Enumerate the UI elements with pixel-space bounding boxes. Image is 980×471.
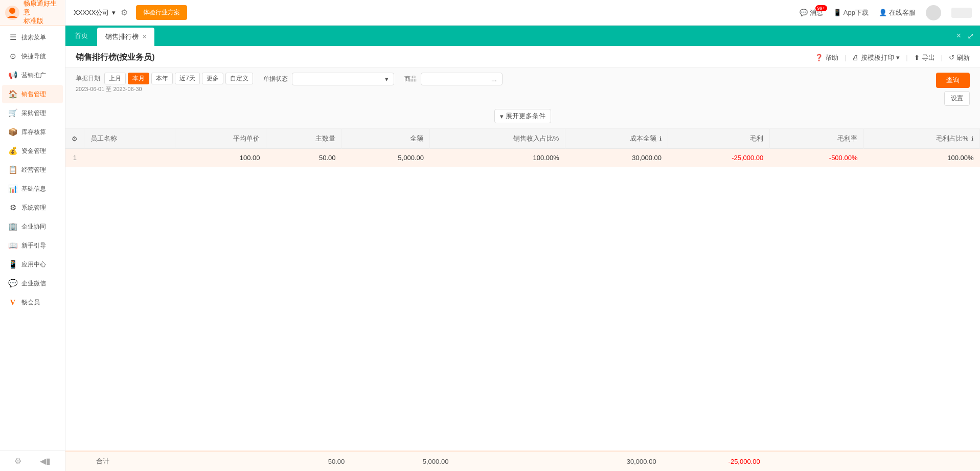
help-btn[interactable]: ❓ 帮助 [815,53,838,62]
sidebar-item-finance[interactable]: 💰 资金管理 [2,142,63,160]
date-curr-btn[interactable]: 本月 [128,73,149,84]
sidebar-collapse-btn[interactable]: ◀▮ [40,456,51,466]
service-icon: 👤 [879,9,887,16]
table-wrap: ⚙ 员工名称 平均单价 主数量 全额 [65,129,980,451]
guide-icon: 📖 [8,241,17,250]
app-download-label: App下载 [844,8,869,17]
online-service-btn[interactable]: 👤 在线客服 [879,8,916,17]
sidebar-settings-btn[interactable]: ⚙ [14,456,21,466]
search-menu-icon: ☰ [8,33,17,42]
company-name: XXXXX公司 [74,8,109,17]
sidebar-logo-text: 畅康通好生意 标准版 [24,0,61,26]
basic-icon: 📊 [8,184,17,193]
sidebar-item-enterprise[interactable]: 🏢 企业协同 [2,217,63,236]
sidebar-nav: ☰ 搜索菜单 ⊙ 快捷导航 📢 营销推广 🏠 销售管理 🛒 采购管理 📦 库存核… [0,26,65,451]
company-selector[interactable]: XXXXX公司 ▾ [74,8,116,17]
expand-icon: ▾ [500,113,504,120]
sidebar-item-sales[interactable]: 🏠 销售管理 [2,85,63,103]
divider2: | [906,54,907,61]
col-sales-pct: 销售收入占比% [430,129,565,149]
date-filter-btns: 上月 本月 本年 近7天 更多 自定义 [104,73,253,84]
sidebar-item-system[interactable]: ⚙ 系统管理 [2,198,63,217]
tabbar: 首页 销售排行榜 × × ⤢ [65,26,980,46]
settings-btn[interactable]: 设置 [944,91,970,106]
status-filter-label: 单据状态 [263,75,288,83]
expand-more-btn[interactable]: ▾ 展开更多条件 [494,109,551,123]
member-icon: V [8,298,17,307]
col-gross-pct: 毛利占比% ℹ [863,129,979,149]
window-maximize-btn[interactable]: ⤢ [967,31,974,41]
sidebar-item-wechat[interactable]: 💬 企业微信 [2,274,63,293]
table-row: 1 100.00 50.00 5,000.00 100.00% 30,000.0… [65,149,980,167]
message-icon: 💬 [800,9,808,16]
date-prev-btn[interactable]: 上月 [104,73,126,84]
trial-btn[interactable]: 体验行业方案 [136,5,187,20]
user-name-display [951,8,972,18]
footer-cost: 30,000.00 [559,458,663,465]
col-avg-price: 平均单价 [175,129,266,149]
sidebar-item-search[interactable]: ☰ 搜索菜单 [2,28,63,47]
window-close-btn[interactable]: × [956,31,961,40]
query-btn[interactable]: 查询 [936,73,970,88]
tabbar-right: × ⤢ [956,26,980,46]
avatar[interactable] [926,5,941,20]
export-btn[interactable]: ⬆ 导出 [914,53,935,62]
tab-sales-ranking[interactable]: 销售排行榜 × [97,28,154,46]
table-footer: 合计 50.00 5,000.00 30,000.00 -25,000.00 [65,451,980,471]
sidebar-item-basic[interactable]: 📊 基础信息 [2,180,63,198]
tab-sales-ranking-label: 销售排行榜 [105,32,139,41]
main-area: XXXXX公司 ▾ ⚙ 体验行业方案 💬 消息 99+ 📱 App下载 👤 在线… [65,0,980,471]
cell-gross-rate: -500.00% [769,149,863,167]
topbar-settings-icon[interactable]: ⚙ [121,8,128,17]
footer-amount: 5,000.00 [351,458,454,465]
sidebar-item-shortcut[interactable]: ⊙ 快捷导航 [2,47,63,65]
filter-actions: 查询 设置 [936,73,970,106]
online-service-label: 在线客服 [889,8,916,17]
messages-badge: 99+ [815,5,827,11]
messages-btn[interactable]: 💬 消息 99+ [800,8,823,17]
sidebar: 畅康通好生意 标准版 ☰ 搜索菜单 ⊙ 快捷导航 📢 营销推广 🏠 销售管理 🛒… [0,0,65,471]
tab-close-icon[interactable]: × [143,33,146,40]
date-year-btn[interactable]: 本年 [151,73,173,84]
app-download-btn[interactable]: 📱 App下载 [833,8,869,17]
sidebar-item-inventory[interactable]: 📦 库存核算 [2,123,63,141]
svg-point-1 [9,8,15,14]
goods-input[interactable]: ... [421,73,503,85]
sidebar-item-operations[interactable]: 📋 经营管理 [2,161,63,179]
date-7days-btn[interactable]: 近7天 [175,73,200,84]
data-table: ⚙ 员工名称 平均单价 主数量 全额 [65,129,980,167]
inventory-icon: 📦 [8,127,17,137]
refresh-btn[interactable]: ↺ 刷新 [949,53,970,62]
sidebar-item-appstore[interactable]: 📱 应用中心 [2,255,63,274]
status-select[interactable]: ▾ [292,73,394,85]
home-tab-label: 首页 [75,31,88,40]
date-range-display: 2023-06-01 至 2023-06-30 [76,85,253,93]
date-custom-btn[interactable]: 自定义 [225,73,253,84]
appstore-icon: 📱 [8,260,17,269]
page-header: 销售排行榜(按业务员) ❓ 帮助 | 🖨 按模板打印 ▾ | ⬆ 导出 | [65,46,980,68]
sales-icon: 🏠 [8,89,17,99]
sidebar-item-guide[interactable]: 📖 新手引导 [2,236,63,255]
sidebar-item-member[interactable]: V 畅会员 [2,293,63,311]
cell-sales-pct: 100.00% [430,149,565,167]
filter-bar: 单据日期 上月 本月 本年 近7天 更多 自定义 2023-06-01 至 20… [65,68,980,129]
content: 销售排行榜(按业务员) ❓ 帮助 | 🖨 按模板打印 ▾ | ⬆ 导出 | [65,46,980,471]
tab-home[interactable]: 首页 [65,26,97,46]
cell-qty: 50.00 [266,149,342,167]
sidebar-item-purchase[interactable]: 🛒 采购管理 [2,104,63,122]
operations-icon: 📋 [8,165,17,174]
col-settings-icon[interactable]: ⚙ [72,135,78,143]
logo-icon [4,5,20,21]
system-icon: ⚙ [8,203,17,212]
print-btn[interactable]: 🖨 按模板打印 ▾ [852,53,900,62]
date-filter-label: 单据日期 [76,74,100,83]
cell-gross-pct: 100.00% [863,149,979,167]
date-more-btn[interactable]: 更多 [202,73,223,84]
export-icon: ⬆ [914,54,920,61]
cell-gross: -25,000.00 [668,149,769,167]
page-actions: ❓ 帮助 | 🖨 按模板打印 ▾ | ⬆ 导出 | ↺ 刷新 [815,53,970,62]
footer-gross: -25,000.00 [663,458,766,465]
filter-main-row: 单据日期 上月 本月 本年 近7天 更多 自定义 2023-06-01 至 20… [76,73,970,106]
sidebar-item-marketing[interactable]: 📢 营销推广 [2,66,63,84]
shortcut-icon: ⊙ [8,52,17,61]
